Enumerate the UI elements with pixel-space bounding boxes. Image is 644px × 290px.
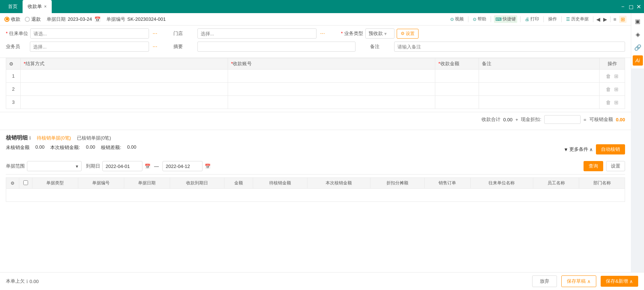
help-btn[interactable]: ⊙ 帮助 (471, 15, 488, 23)
verify-header: 核销明细 ℹ 待核销单据(0笔) 已核销单据(0笔) (6, 134, 625, 141)
sidebar-table-icon[interactable]: ▣ (633, 16, 643, 26)
row1-account[interactable] (228, 70, 435, 83)
bottom-th-dept: 部门名称 (579, 178, 625, 189)
date-to-calendar-icon[interactable]: 📅 (205, 164, 211, 169)
staff-ellipsis[interactable]: ··· (151, 43, 159, 50)
bottom-th-checkbox[interactable] (19, 178, 32, 189)
summary-field: 摘要 (173, 42, 356, 52)
help-icon: ⊙ (473, 17, 476, 22)
row3-amount[interactable] (435, 96, 479, 109)
store-label: 门店 (173, 30, 195, 37)
date-from-calendar-icon[interactable]: 📅 (145, 164, 150, 169)
filter-settings-btn[interactable]: 设置 (606, 161, 625, 171)
print-btn[interactable]: 🖨 打印 (523, 15, 541, 23)
done-tab[interactable]: 已核销单据(0笔) (77, 135, 111, 141)
grid-view-icon[interactable]: ⊞ (619, 16, 627, 23)
company-input[interactable] (30, 28, 149, 39)
list-view-icon[interactable]: ≡ (613, 16, 616, 22)
row1-delete-icon[interactable]: 🗑 (606, 73, 611, 79)
row1-copy-icon[interactable]: ⊞ (614, 73, 619, 79)
table-gear-icon: ⚙ (9, 61, 13, 67)
video-icon: ⊙ (450, 17, 454, 22)
table-row: 1 🗑 ⊞ (6, 70, 625, 83)
query-btn[interactable]: 查询 (584, 161, 603, 171)
row2-amount[interactable] (435, 83, 479, 96)
pending-tab[interactable]: 待核销单据(0笔) (37, 135, 71, 141)
more-conditions-btn[interactable]: ▼ 更多条件 ∧ (564, 146, 593, 153)
select-all-checkbox[interactable] (23, 180, 28, 185)
footer-info-label: 本单上欠 (6, 278, 25, 285)
nav-right-icon[interactable]: ▶ (603, 16, 607, 22)
row3-remark[interactable] (479, 96, 600, 109)
summary-input[interactable] (197, 42, 356, 52)
footer-info-icon[interactable]: ℹ (26, 279, 28, 284)
auto-cancel-btn[interactable]: 自动核销 (596, 144, 625, 154)
due-date-from[interactable] (102, 161, 142, 171)
due-date-to[interactable] (162, 161, 203, 171)
operation-btn[interactable]: 操作 (547, 15, 558, 23)
row2-remark[interactable] (479, 83, 600, 96)
business-type-value: 预收款 (369, 30, 383, 37)
footer: 本单上欠 ℹ 0.00 放弃 保存草稿 ∧ 保存&新增 ∧ (0, 272, 644, 290)
company-ellipsis[interactable]: ··· (151, 30, 159, 37)
window-restore-icon[interactable]: ◻ (629, 3, 633, 10)
row2-delete-icon[interactable]: 🗑 (606, 86, 611, 92)
row2-settlement[interactable] (21, 83, 228, 96)
save-draft-btn[interactable]: 保存草稿 ∧ (561, 275, 596, 287)
row3-copy-icon[interactable]: ⊞ (614, 99, 619, 105)
row2-copy-icon[interactable]: ⊞ (614, 86, 619, 92)
bottom-th-gear[interactable]: ⚙ (6, 178, 19, 189)
row3-settlement[interactable] (21, 96, 228, 109)
window-minimize-icon[interactable]: － (620, 3, 626, 11)
divider3 (520, 16, 521, 22)
divider6 (593, 16, 593, 22)
row3-account[interactable] (228, 96, 435, 109)
store-ellipsis[interactable]: ··· (319, 30, 326, 37)
row1-remark[interactable] (479, 70, 600, 83)
close-tab-icon[interactable]: × (44, 4, 47, 9)
sidebar-ai-icon[interactable]: Ai (633, 55, 643, 66)
summary-label: 摘要 (173, 43, 195, 50)
receipt-type-radio: 收款 退款 (4, 16, 41, 23)
home-tab[interactable]: 首页 (3, 0, 23, 13)
sidebar-data-icon[interactable]: ◈ (633, 29, 643, 39)
video-btn[interactable]: ⊙ 视频 (449, 15, 465, 23)
receipt-tab[interactable]: 收款单 × (23, 0, 52, 13)
verify-section: 核销明细 ℹ 待核销单据(0笔) 已核销单据(0笔) 未核销金额 0.00 本次… (0, 130, 631, 206)
tuikuan-radio-circle (25, 17, 30, 22)
window-close-icon[interactable]: ✕ (636, 3, 641, 10)
range-select[interactable]: ▾ (27, 161, 82, 171)
remark-label: 备注 (370, 43, 392, 50)
current-cancel-label: 本次核销金额: (50, 144, 80, 154)
sidebar-link-icon[interactable]: 🔗 (633, 42, 643, 52)
shortcut-btn[interactable]: ⌨ 快捷键 (494, 15, 517, 23)
row1-amount[interactable] (435, 70, 479, 83)
range-label: 单据范围 (6, 163, 25, 169)
nav-left-icon[interactable]: ◀ (596, 16, 600, 22)
tuikuan-radio[interactable]: 退款 (25, 16, 41, 23)
table-section: ⚙ *结算方式 *收款账号 *收款金额 备注 操作 (0, 58, 631, 112)
store-input[interactable] (197, 28, 317, 39)
business-type-dropdown[interactable]: 预收款 ▾ (365, 28, 394, 39)
row2-actions: 🗑 ⊞ (600, 83, 625, 96)
dropdown-chevron: ▾ (384, 31, 387, 36)
table-gear-header[interactable]: ⚙ (6, 58, 21, 70)
total-label: 收款合计 (482, 116, 500, 123)
discount-input[interactable] (544, 115, 581, 124)
diff-label: 核销差额: (101, 144, 121, 154)
verify-info-icon[interactable]: ℹ (29, 136, 31, 141)
save-new-btn[interactable]: 保存&新增 ∧ (601, 276, 638, 287)
calendar-icon[interactable]: 📅 (94, 16, 101, 22)
divider5 (561, 16, 562, 22)
history-btn[interactable]: ☰ 历史单据 (565, 15, 590, 23)
business-type-field: 业务类型 预收款 ▾ ⚙ 设置 (341, 28, 625, 39)
remark-input[interactable] (394, 42, 625, 52)
shoukuan-radio[interactable]: 收款 (4, 16, 20, 23)
form-settings-btn[interactable]: ⚙ 设置 (397, 29, 419, 39)
bottom-th-current: 本次核销金额 (307, 178, 370, 189)
row3-delete-icon[interactable]: 🗑 (606, 99, 611, 105)
staff-input[interactable] (30, 42, 149, 52)
abandon-btn[interactable]: 放弃 (532, 275, 557, 287)
row1-settlement[interactable] (21, 70, 228, 83)
row2-account[interactable] (228, 83, 435, 96)
